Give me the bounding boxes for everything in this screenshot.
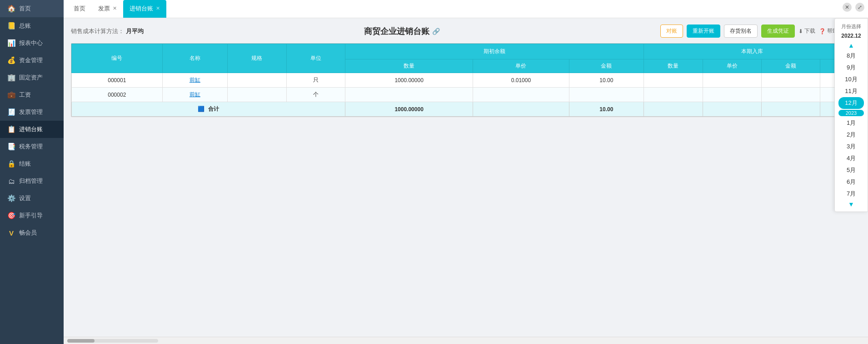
window-maximize-button[interactable]: ⤢: [855, 3, 864, 12]
sidebar-item-inventory[interactable]: 📋 进销台账: [0, 121, 64, 138]
table-row: 000001 前缸 只 1000.00000 0.01000 10.00: [72, 73, 860, 88]
scroll-up-button[interactable]: ▲: [835, 41, 868, 50]
row1-qi-price: 0.01000: [473, 73, 569, 88]
finance-icon: 💰: [7, 56, 15, 64]
total-qi-qty: 1000.00000: [345, 102, 473, 117]
reconcile-button[interactable]: 对账: [660, 25, 683, 38]
month-9-item[interactable]: 9月: [835, 62, 868, 74]
horizontal-scrollbar-thumb[interactable]: [67, 339, 95, 343]
sidebar-item-vip[interactable]: V 畅会员: [0, 224, 64, 241]
reports-icon: 📊: [7, 39, 15, 47]
row2-name[interactable]: 前缸: [162, 88, 227, 102]
month-11-item[interactable]: 11月: [835, 85, 868, 97]
year-2023-badge: 2023: [838, 110, 864, 116]
table-row: 000002 前缸 个: [72, 88, 860, 102]
window-close-button[interactable]: ✕: [843, 3, 852, 12]
scroll-down-button[interactable]: ▼: [835, 200, 868, 209]
total-qi-amount: 10.00: [569, 102, 644, 117]
total-row: 🟦 合计 1000.00000 10.00: [72, 102, 860, 117]
horizontal-scrollbar-track[interactable]: [67, 339, 158, 343]
total-in-price: [703, 102, 761, 117]
col-in-amount-header: 金额: [762, 59, 820, 73]
col-id-header: 编号: [72, 44, 163, 73]
month-2-item[interactable]: 2月: [835, 129, 868, 141]
tax-icon: 📑: [7, 143, 15, 151]
sidebar-item-archive[interactable]: 🗂 归档管理: [0, 172, 64, 190]
row1-unit: 只: [286, 73, 345, 88]
sidebar-item-invoice-mgmt[interactable]: 🧾 发票管理: [0, 103, 64, 121]
col-qi-qty-header: 数量: [345, 59, 473, 73]
tab-inventory-close[interactable]: ✕: [156, 5, 160, 11]
month-7-item[interactable]: 7月: [835, 188, 868, 200]
sidebar-item-ledger[interactable]: 📒 总账: [0, 17, 64, 34]
content-area: 销售成本计算方法： 月平均 商贸企业进销台账 🔗 对账 重新开账 存货别名 生成…: [64, 18, 868, 337]
sidebar: 🏠 首页 📒 总账 📊 报表中心 💰 资金管理 🏢 固定资产 💼 工资 🧾 发票…: [0, 0, 64, 344]
inventory-table-wrapper: 编号 名称 规格 单位 期初余额 本期入库 数量 单价 金额 数量 单价 金额: [71, 43, 861, 117]
toolbar-row: 销售成本计算方法： 月平均 商贸企业进销台账 🔗 对账 重新开账 存货别名 生成…: [71, 25, 861, 38]
main-area: 首页 发票 ✕ 进销台账 ✕ ✕ ⤢ 销售成本计算方法： 月平均 商贸企业进销台…: [64, 0, 868, 344]
month-5-item[interactable]: 5月: [835, 164, 868, 176]
col-in-qty-header: 数量: [644, 59, 703, 73]
row2-qi-price: [473, 88, 569, 102]
month-8-item[interactable]: 8月: [835, 50, 868, 62]
sidebar-item-settings[interactable]: ⚙️ 设置: [0, 190, 64, 207]
sidebar-item-tax[interactable]: 📑 税务管理: [0, 138, 64, 155]
tab-bar: 首页 发票 ✕ 进销台账 ✕ ✕ ⤢: [64, 0, 868, 18]
row1-qi-qty: 1000.00000: [345, 73, 473, 88]
row1-spec: [228, 73, 286, 88]
invoice-mgmt-icon: 🧾: [7, 108, 15, 116]
col-in-price-header: 单价: [703, 59, 761, 73]
window-controls: ✕ ⤢: [843, 3, 864, 12]
bottom-scrollbar: [64, 337, 868, 344]
tab-invoice-close[interactable]: ✕: [113, 5, 117, 11]
col-ruku-header: 本期入库: [644, 44, 860, 59]
settings-icon: ⚙️: [7, 194, 15, 202]
action-buttons: 对账 重新开账 存货别名 生成凭证 ⬇ 下载 ❓ 帮助 🔄 刷新: [660, 25, 861, 38]
sidebar-item-salary[interactable]: 💼 工资: [0, 86, 64, 103]
row1-name[interactable]: 前缸: [162, 73, 227, 88]
salary-icon: 💼: [7, 91, 15, 99]
row2-id: 000002: [72, 88, 163, 102]
download-button[interactable]: ⬇ 下载: [798, 27, 815, 35]
row1-qi-amount: 10.00: [569, 73, 644, 88]
sidebar-item-home[interactable]: 🏠 首页: [0, 0, 64, 17]
home-icon: 🏠: [7, 5, 15, 13]
title-info-icon[interactable]: 🔗: [432, 28, 440, 35]
page-title: 商贸企业进销台账 🔗: [364, 26, 440, 37]
month-1-item[interactable]: 1月: [835, 117, 868, 129]
generate-voucher-button[interactable]: 生成凭证: [761, 25, 795, 38]
sidebar-item-close[interactable]: 🔒 结账: [0, 155, 64, 172]
col-qichuye-header: 期初余额: [345, 44, 644, 59]
tab-inventory[interactable]: 进销台账 ✕: [123, 0, 166, 18]
tab-invoice[interactable]: 发票 ✕: [92, 0, 123, 18]
guide-icon: 🎯: [7, 211, 15, 220]
total-in-qty: [644, 102, 703, 117]
sidebar-item-assets[interactable]: 🏢 固定资产: [0, 69, 64, 86]
row2-unit: 个: [286, 88, 345, 102]
row2-in-price: [703, 88, 761, 102]
sidebar-item-guide[interactable]: 🎯 新手引导: [0, 207, 64, 224]
row1-in-amount: [762, 73, 820, 88]
row2-qi-qty: [345, 88, 473, 102]
cost-method: 销售成本计算方法： 月平均: [71, 27, 144, 35]
month-4-item[interactable]: 4月: [835, 152, 868, 164]
month-10-item[interactable]: 10月: [835, 74, 868, 85]
row2-in-qty: [644, 88, 703, 102]
sidebar-item-finance[interactable]: 💰 资金管理: [0, 52, 64, 69]
row2-in-amount: [762, 88, 820, 102]
sidebar-item-reports[interactable]: 📊 报表中心: [0, 34, 64, 52]
year-2022-label: 2022.12: [835, 32, 868, 41]
row1-in-qty: [644, 73, 703, 88]
save-alias-button[interactable]: 存货别名: [724, 25, 758, 38]
row1-id: 000001: [72, 73, 163, 88]
col-unit-header: 单位: [286, 44, 345, 73]
total-in-amount: [762, 102, 820, 117]
archive-icon: 🗂: [7, 177, 15, 185]
tab-home[interactable]: 首页: [67, 0, 92, 18]
month-12-item[interactable]: 12月: [838, 97, 864, 109]
month-6-item[interactable]: 6月: [835, 176, 868, 188]
total-icon: 🟦: [198, 106, 205, 112]
row2-spec: [228, 88, 286, 102]
reopen-button[interactable]: 重新开账: [687, 25, 720, 38]
month-3-item[interactable]: 3月: [835, 141, 868, 152]
